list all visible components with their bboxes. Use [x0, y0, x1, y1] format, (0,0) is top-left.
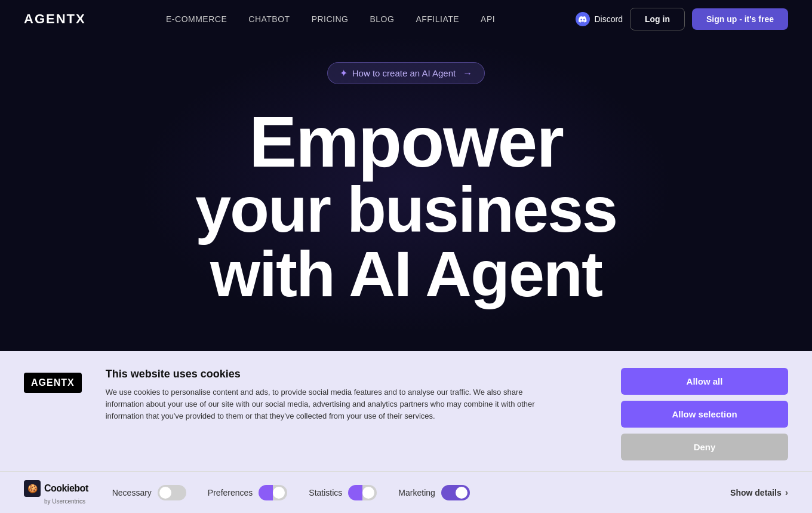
- toggle-marketing-switch[interactable]: [441, 485, 470, 500]
- toggle-preferences-switch[interactable]: [259, 485, 287, 500]
- toggle-statistics: Statistics: [309, 485, 377, 500]
- nav-link-api[interactable]: API: [481, 14, 495, 24]
- show-details-label: Show details: [730, 488, 782, 497]
- discord-label: Discord: [595, 14, 623, 24]
- nav-link-blog[interactable]: BLOG: [370, 14, 394, 24]
- nav-logo: AGENTX: [24, 11, 86, 27]
- cookie-action-buttons: Allow all Allow selection Deny: [621, 368, 788, 460]
- cookiebot-icon: 🍪: [24, 480, 41, 497]
- toggle-necessary: Necessary: [112, 485, 186, 500]
- discord-button[interactable]: Discord: [576, 12, 623, 26]
- toggle-statistics-switch[interactable]: [348, 485, 377, 500]
- headline-line3: with AI Agent: [195, 242, 617, 306]
- hero-headline: Empower your business with AI Agent: [195, 106, 617, 306]
- nav-links: E-COMMERCE CHATBOT PRICING BLOG AFFILIAT…: [166, 14, 495, 24]
- logo-text: AGENTX: [24, 11, 86, 27]
- cookiebot-sub: by Usercentrics: [44, 498, 85, 505]
- toggle-preferences-label: Preferences: [208, 488, 253, 497]
- cookie-banner-logo: AGENTX: [24, 368, 82, 393]
- cookie-content: This website uses cookies We use cookies…: [106, 368, 597, 422]
- cookie-agentx-logo: AGENTX: [24, 373, 82, 393]
- toggle-necessary-label: Necessary: [112, 488, 152, 497]
- deny-button[interactable]: Deny: [621, 434, 788, 460]
- toggle-necessary-knob: [159, 487, 171, 499]
- headline-line2: your business: [195, 177, 617, 242]
- toggle-marketing: Marketing: [398, 485, 469, 500]
- nav-right: Discord Log in Sign up - it's free: [576, 8, 788, 30]
- toggle-statistics-label: Statistics: [309, 488, 342, 497]
- toggle-marketing-knob: [456, 487, 467, 499]
- login-button[interactable]: Log in: [630, 8, 685, 30]
- cookie-footer: 🍪 Cookiebot by Usercentrics Necessary Pr…: [0, 471, 812, 513]
- cookie-description: We use cookies to personalise content an…: [106, 386, 559, 422]
- hero-section: ✦ How to create an AI Agent → Empower yo…: [0, 38, 812, 306]
- cookie-title: This website uses cookies: [106, 368, 597, 380]
- nav-link-affiliate[interactable]: AFFILIATE: [416, 14, 459, 24]
- badge-sparkle-icon: ✦: [340, 67, 347, 79]
- toggle-preferences-knob: [273, 487, 285, 499]
- show-details-button[interactable]: Show details ›: [730, 487, 788, 498]
- nav-link-pricing[interactable]: PRICING: [312, 14, 349, 24]
- cookiebot-brand: 🍪 Cookiebot by Usercentrics: [24, 480, 88, 505]
- cookie-main: AGENTX This website uses cookies We use …: [0, 351, 812, 460]
- cookie-banner: AGENTX This website uses cookies We use …: [0, 351, 812, 513]
- badge-text: How to create an AI Agent: [352, 68, 456, 78]
- navbar: AGENTX E-COMMERCE CHATBOT PRICING BLOG A…: [0, 0, 812, 38]
- toggle-marketing-label: Marketing: [398, 488, 435, 497]
- headline-line1: Empower: [195, 106, 617, 177]
- nav-link-ecommerce[interactable]: E-COMMERCE: [166, 14, 227, 24]
- allow-all-button[interactable]: Allow all: [621, 368, 788, 395]
- cookie-toggles: Necessary Preferences Statistics: [112, 485, 706, 500]
- allow-selection-button[interactable]: Allow selection: [621, 401, 788, 428]
- cookiebot-name: Cookiebot: [44, 483, 88, 494]
- cookiebot-logo: 🍪 Cookiebot: [24, 480, 88, 497]
- toggle-preferences: Preferences: [208, 485, 287, 500]
- nav-link-chatbot[interactable]: CHATBOT: [248, 14, 290, 24]
- show-details-chevron-icon: ›: [785, 487, 788, 498]
- signup-button[interactable]: Sign up - it's free: [692, 8, 788, 30]
- toggle-necessary-switch[interactable]: [158, 485, 186, 500]
- discord-icon: [576, 12, 590, 26]
- badge-arrow-icon: →: [463, 68, 472, 79]
- toggle-statistics-knob: [362, 487, 374, 499]
- hero-badge[interactable]: ✦ How to create an AI Agent →: [327, 62, 485, 84]
